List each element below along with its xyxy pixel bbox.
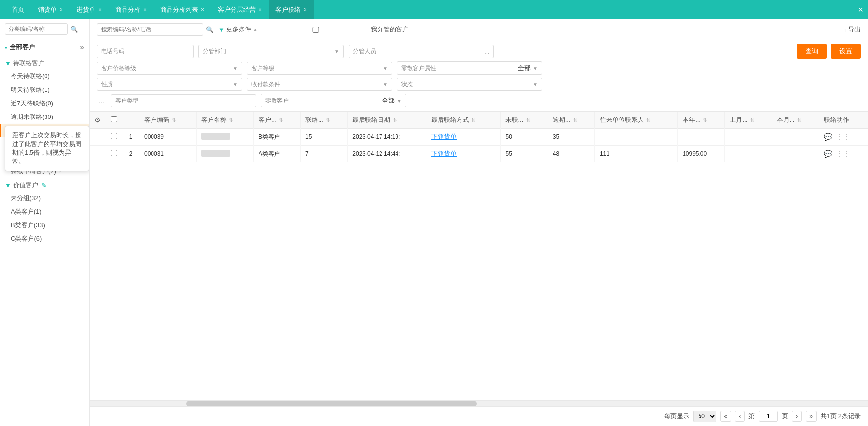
- current-page-input[interactable]: [759, 411, 778, 422]
- row1-code[interactable]: 000039: [139, 129, 197, 146]
- adv-filter-row-1: 电话号码 分管部门 ▼ 分管人员 ... 查询 设置: [97, 44, 861, 59]
- export-button[interactable]: ↑ 导出: [844, 25, 861, 34]
- nav-home[interactable]: 首页: [5, 0, 31, 19]
- row1-more-icon[interactable]: ⋮⋮: [836, 133, 850, 141]
- total-records-label: 共1页 2条记录: [821, 412, 861, 421]
- price-level-field[interactable]: 客户价格等级 ▼: [97, 62, 242, 75]
- horizontal-scrollbar-thumb[interactable]: [186, 401, 477, 406]
- payment-field[interactable]: 收付款条件 ▼: [247, 78, 392, 91]
- nav-customer-contact[interactable]: 客户联络 ×: [269, 0, 314, 19]
- overdue-col-header[interactable]: 逾期... ⇅: [548, 112, 594, 129]
- per-page-select[interactable]: 50: [693, 411, 716, 422]
- dept-field[interactable]: 分管部门 ▼: [198, 45, 344, 58]
- sidebar-item-overdue-no-contact[interactable]: 逾期未联络(30): [0, 110, 89, 124]
- gender-field[interactable]: 性质 ▼: [97, 78, 242, 91]
- sidebar-search-icon[interactable]: 🔍: [70, 26, 78, 33]
- customer-level-field[interactable]: 客户等级 ▼: [247, 62, 392, 75]
- my-customers-checkbox[interactable]: [262, 27, 369, 33]
- setting-button[interactable]: 设置: [831, 44, 861, 59]
- customer-type-field[interactable]: 客户类型: [111, 94, 256, 107]
- sidebar-search-input[interactable]: [5, 23, 68, 35]
- sidebar-collapse-icon[interactable]: »: [80, 43, 84, 52]
- row1-checkbox[interactable]: [111, 133, 117, 139]
- first-page-button[interactable]: «: [720, 411, 731, 422]
- horizontal-scrollbar-track[interactable]: [90, 400, 868, 406]
- row2-code[interactable]: 000031: [139, 146, 197, 162]
- row1-checkbox-cell[interactable]: [106, 129, 122, 146]
- more-dots-icon[interactable]: ...: [97, 97, 106, 104]
- category-col-header[interactable]: 客户... ⇅: [253, 112, 300, 129]
- close-sales-order-icon[interactable]: ×: [60, 6, 63, 13]
- row1-uncontacted: 50: [501, 129, 548, 146]
- search-input[interactable]: [97, 23, 203, 36]
- prev-page-button[interactable]: ‹: [735, 411, 745, 422]
- status-field[interactable]: 状态 ▼: [397, 78, 542, 91]
- row1-last-contact-date: 2023-04-17 14:19:: [348, 129, 426, 146]
- this-year-col-header[interactable]: 本年... ⇅: [678, 112, 725, 129]
- last-month-col-header[interactable]: 上月... ⇅: [725, 112, 772, 129]
- value-customers-edit-icon[interactable]: ✎: [41, 182, 46, 189]
- contact-col-header[interactable]: 联络... ⇅: [301, 112, 348, 129]
- overdue-sort-icon: ⇅: [573, 118, 577, 123]
- table-settings-icon[interactable]: ⚙: [94, 116, 101, 124]
- my-customers-checkbox-label[interactable]: 我分管的客户: [262, 25, 409, 34]
- last-contact-method-sort-icon: ⇅: [472, 118, 475, 123]
- name-col-header[interactable]: 客户名称 ⇅: [196, 112, 253, 129]
- nav-purchase-order[interactable]: 进货单 ×: [70, 0, 108, 19]
- more-conditions-button[interactable]: ▼ 更多条件 ▲: [218, 25, 258, 34]
- sidebar-item-ungrouped[interactable]: 未分组(32): [0, 191, 89, 205]
- pending-contact-group[interactable]: ▼ 待联络客户: [0, 56, 89, 70]
- code-col-header[interactable]: 客户编码 ⇅: [139, 112, 197, 129]
- nav-customer-segmentation[interactable]: 客户分层经营 ×: [211, 0, 269, 19]
- row2-checkbox-cell[interactable]: [106, 146, 122, 162]
- nav-product-analysis-list[interactable]: 商品分析列表 ×: [153, 0, 211, 19]
- phone-field[interactable]: 电话号码: [97, 45, 194, 58]
- sidebar-item-c-class[interactable]: C类客户(6): [0, 232, 89, 246]
- sidebar-item-b-class[interactable]: B类客户(33): [0, 219, 89, 232]
- row2-checkbox[interactable]: [111, 150, 117, 156]
- row1-last-contact-method[interactable]: 下销货单: [426, 129, 501, 146]
- row1-name[interactable]: [196, 129, 253, 146]
- nav-sales-order[interactable]: 销货单 ×: [31, 0, 70, 19]
- row2-more-icon[interactable]: ⋮⋮: [836, 150, 850, 158]
- dept-dropdown-icon: ▼: [335, 49, 339, 54]
- last-contact-method-col-header[interactable]: 最后联络方式 ⇅: [426, 112, 501, 129]
- manager-more-icon[interactable]: ...: [484, 48, 489, 55]
- retail-customer-field[interactable]: 零散客户 全部 ▼: [261, 94, 406, 107]
- sidebar: 🔍 ▪ 全部客户 » ▼ 待联络客户 今天待联络(0) 明天待联络(1) 近7天…: [0, 19, 90, 426]
- manager-field[interactable]: 分管人员 ...: [349, 45, 494, 58]
- row2-last-contact-method[interactable]: 下销货单: [426, 146, 501, 162]
- checkbox-col-header[interactable]: [106, 112, 122, 129]
- query-button[interactable]: 查询: [797, 44, 827, 59]
- close-purchase-order-icon[interactable]: ×: [98, 6, 102, 13]
- sidebar-item-tomorrow-pending[interactable]: 明天待联络(1): [0, 83, 89, 97]
- nav-product-analysis[interactable]: 商品分析 ×: [108, 0, 153, 19]
- close-product-analysis-list-icon[interactable]: ×: [201, 6, 204, 13]
- row2-chat-icon[interactable]: 💬: [824, 150, 832, 158]
- row2-name[interactable]: [196, 146, 253, 162]
- value-customers-group[interactable]: ▼ 价值客户 ✎: [0, 178, 89, 191]
- uncontacted-col-header[interactable]: 未联... ⇅: [501, 112, 548, 129]
- search-icon[interactable]: 🔍: [206, 26, 213, 33]
- this-month-col-header[interactable]: 本月... ⇅: [772, 112, 819, 129]
- sidebar-item-a-class[interactable]: A类客户(1): [0, 205, 89, 219]
- sidebar-item-today-pending[interactable]: 今天待联络(0): [0, 70, 89, 83]
- row1-this-month: [772, 129, 819, 146]
- close-customer-contact-icon[interactable]: ×: [304, 6, 307, 13]
- past-unit-contact-col-header[interactable]: 往来单位联系人 ⇅: [594, 112, 677, 129]
- row1-settings-cell: [90, 129, 106, 146]
- last-page-button[interactable]: »: [806, 411, 817, 422]
- row1-overdue: 35: [548, 129, 594, 146]
- all-customers-header[interactable]: ▪ 全部客户 »: [0, 39, 89, 56]
- next-page-button[interactable]: ›: [792, 411, 802, 422]
- window-close-button[interactable]: ×: [858, 5, 863, 15]
- select-all-checkbox[interactable]: [111, 116, 117, 122]
- close-product-analysis-icon[interactable]: ×: [143, 6, 147, 13]
- row2-category: A类客户: [253, 146, 300, 162]
- row1-chat-icon[interactable]: 💬: [824, 133, 832, 141]
- settings-col-header[interactable]: ⚙: [90, 112, 106, 129]
- retail-attr-field[interactable]: 零散客户属性 全部 ▼: [397, 61, 542, 75]
- sidebar-item-7days-pending[interactable]: 近7天待联络(0): [0, 97, 89, 110]
- close-customer-segmentation-icon[interactable]: ×: [259, 6, 262, 13]
- last-contact-date-col-header[interactable]: 最后联络日期 ⇅: [348, 112, 426, 129]
